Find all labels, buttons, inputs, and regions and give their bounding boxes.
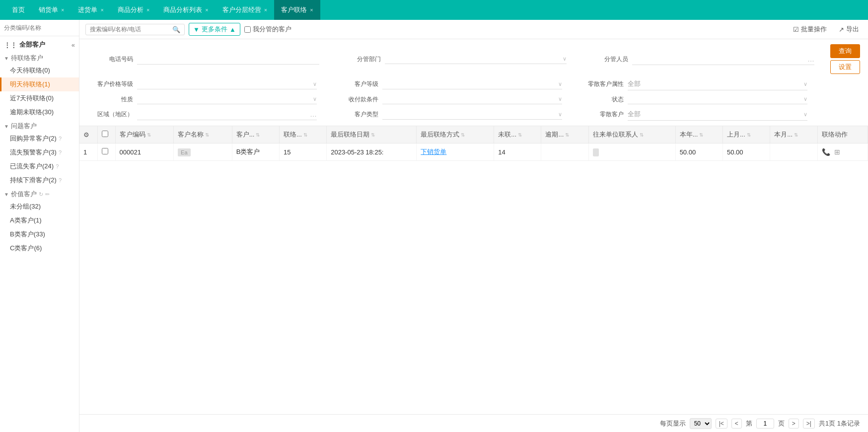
batch-operation-button[interactable]: ☑ 批量操作 (790, 23, 830, 35)
customer-type-label: 客户类型 (333, 110, 382, 119)
phone-label: 电话号码 (87, 55, 137, 64)
sidebar-item-declining[interactable]: 持续下滑客户(2) ? (0, 173, 79, 187)
chevron-down-icon-2: ∨ (313, 81, 317, 87)
sort-icon-code: ⇅ (147, 132, 151, 138)
phone-input[interactable] (137, 54, 319, 65)
region-label: 区域（地区） (87, 110, 137, 119)
search-input[interactable] (90, 26, 170, 33)
status-select[interactable]: ∨ (628, 94, 807, 104)
sidebar-search-input[interactable] (4, 24, 78, 31)
setting-button[interactable]: 设置 (830, 60, 860, 74)
status-label: 状态 (578, 95, 628, 104)
prev-page-button[interactable]: < (731, 419, 742, 429)
col-header-this-year: 本年... ⇅ (675, 126, 723, 144)
unit-contact-blur (593, 148, 599, 156)
grid-action-icon[interactable]: ⊞ (834, 148, 840, 156)
filter-dept: 分管部门 ∨ (335, 54, 567, 64)
sidebar-item-class-c[interactable]: C类客户(6) (0, 241, 79, 255)
grid-icon: ⋮⋮ (4, 41, 17, 49)
collapse-icon[interactable]: « (72, 41, 75, 49)
cell-this-year: 50.00 (675, 144, 723, 161)
nav-home[interactable]: 首页 (5, 0, 32, 20)
last-page-button[interactable]: >| (803, 419, 815, 429)
manager-label: 分管人员 (582, 55, 632, 64)
cell-this-month (770, 144, 817, 161)
chevron-down-icon-5: ∨ (313, 96, 317, 102)
sort-icon-last-method: ⇅ (461, 132, 465, 138)
query-button[interactable]: 查询 (830, 44, 860, 58)
first-page-button[interactable]: |< (716, 419, 727, 429)
nature-select[interactable]: ∨ (137, 94, 317, 104)
row-checkbox[interactable] (102, 148, 108, 154)
retail-attr-label: 零散客户属性 (578, 80, 628, 88)
more-filters-button[interactable]: ▼ 更多条件 ▲ (189, 23, 240, 36)
sidebar-item-class-b[interactable]: B类客户(33) (0, 227, 79, 241)
page-number-input[interactable] (756, 419, 774, 429)
toolbar-right: ☑ 批量操作 ↗ 导出 (790, 23, 862, 35)
dept-select[interactable]: ∨ (385, 54, 567, 64)
page-label-suffix: 页 (778, 419, 785, 428)
edit-icon[interactable]: ✏ (45, 191, 50, 198)
close-sales-order-icon[interactable]: × (61, 7, 64, 13)
page-label-prefix: 第 (746, 419, 752, 428)
refresh-icon[interactable]: ↻ (39, 191, 43, 198)
payment-select[interactable]: ∨ (382, 94, 562, 104)
close-customer-stratification-icon[interactable]: × (264, 7, 267, 13)
action-icons: 📞 ⊞ (822, 148, 864, 156)
sidebar-item-tomorrow[interactable]: 明天待联络(1) (0, 77, 79, 91)
my-customers-checkbox[interactable] (244, 26, 251, 33)
filter-manager: 分管人员 … (582, 54, 814, 65)
nav-customer-stratification[interactable]: 客户分层经营 × (216, 0, 274, 20)
price-level-select[interactable]: ∨ (137, 79, 317, 89)
my-customers-checkbox-label[interactable]: 我分管的客户 (244, 25, 291, 34)
close-purchase-order-icon[interactable]: × (100, 7, 103, 13)
nav-product-analysis[interactable]: 商品分析 × (111, 0, 156, 20)
next-page-button[interactable]: > (789, 419, 799, 429)
table-body: 1 000021 Ea B类客户 15 2023-05-23 18:25: 下销… (79, 144, 868, 161)
manager-dots-icon[interactable]: … (807, 55, 814, 63)
sort-icon-contacts: ⇅ (303, 132, 307, 138)
sort-icon-unit-contact: ⇅ (640, 132, 644, 138)
sidebar-item-repurchase-anomaly[interactable]: 回购异常客户(2) ? (0, 132, 79, 145)
col-settings[interactable]: ⚙ (79, 126, 97, 144)
nav-customer-contact[interactable]: 客户联络 × (274, 0, 320, 20)
chevron-up-icon: ▲ (229, 26, 236, 33)
retail-attr-select[interactable]: 全部 ∨ (628, 78, 807, 90)
question-icon-2: ? (59, 149, 62, 155)
customer-level-select[interactable]: ∨ (382, 79, 562, 89)
nav-product-analysis-list[interactable]: 商品分析列表 × (156, 0, 215, 20)
customer-type-select[interactable]: ∨ (382, 110, 562, 120)
close-product-analysis-list-icon[interactable]: × (205, 7, 208, 13)
retail-customer-select[interactable]: 全部 ∨ (628, 108, 807, 121)
close-customer-contact-icon[interactable]: × (310, 7, 313, 13)
sidebar-item-class-a[interactable]: A类客户(1) (0, 214, 79, 227)
col-header-unit-contact: 往来单位联系人 ⇅ (588, 126, 675, 144)
question-icon: ? (59, 136, 62, 142)
col-header-not-contacted: 未联... ⇅ (494, 126, 541, 144)
total-records-label: 共1页 1条记录 (819, 419, 860, 428)
sort-icon-last-date: ⇅ (371, 132, 375, 138)
all-customers-header: ⋮⋮ 全部客户 « (0, 36, 79, 51)
filter-row-2: 客户价格等级 ∨ 客户等级 ∨ 零散客户属性 (87, 78, 860, 90)
nav-sales-order[interactable]: 销货单 × (32, 0, 71, 20)
sidebar-item-overdue[interactable]: 逾期未联络(30) (0, 105, 79, 119)
export-button[interactable]: ↗ 导出 (836, 23, 862, 35)
nav-purchase-order[interactable]: 进货单 × (71, 0, 110, 20)
sort-icon-this-year: ⇅ (699, 132, 703, 138)
select-all-checkbox[interactable] (102, 131, 108, 137)
sidebar-item-churn-warning[interactable]: 流失预警客户(3) ? (0, 145, 79, 159)
sort-icon-not-contacted: ⇅ (518, 132, 522, 138)
sidebar-item-churned[interactable]: 已流失客户(24) ? (0, 159, 79, 173)
sidebar-item-7days[interactable]: 近7天待联络(0) (0, 91, 79, 105)
last-method-link[interactable]: 下销货单 (421, 148, 446, 155)
sort-icon-name: ⇅ (205, 132, 209, 138)
region-dots-icon[interactable]: … (310, 110, 317, 118)
col-header-type: 客户... ⇅ (232, 126, 279, 144)
close-product-analysis-icon[interactable]: × (146, 7, 149, 13)
phone-action-icon[interactable]: 📞 (822, 148, 830, 156)
sidebar-item-ungrouped[interactable]: 未分组(32) (0, 200, 79, 214)
search-icon[interactable]: 🔍 (172, 26, 180, 33)
sidebar-item-today[interactable]: 今天待联络(0) (0, 64, 79, 77)
group-label-pending: ▼ 待联络客户 (0, 51, 79, 64)
page-size-select[interactable]: 50 (690, 418, 712, 429)
